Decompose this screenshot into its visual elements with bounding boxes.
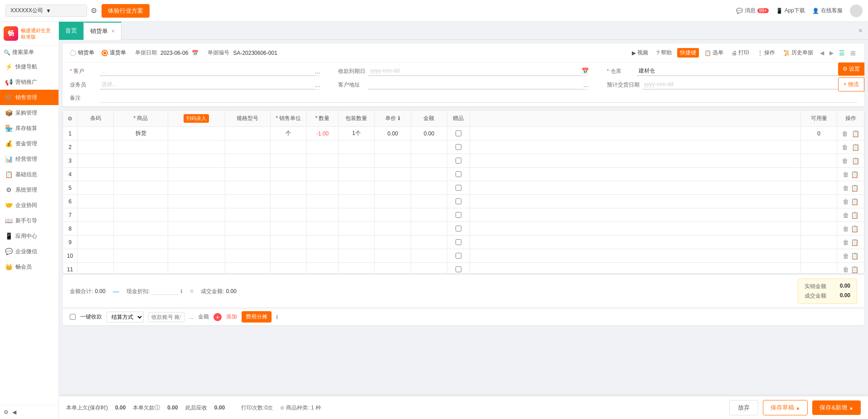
sidebar-item-sales[interactable]: 🛒 销售管理 bbox=[0, 90, 58, 105]
row-product-2[interactable] bbox=[114, 140, 168, 154]
delete-icon-1[interactable]: 🗑 bbox=[842, 130, 848, 137]
warehouse-input-wrapper[interactable]: ... bbox=[637, 66, 857, 76]
trial-button[interactable]: 体验行业方案 bbox=[102, 4, 150, 18]
customer-input-wrapper[interactable]: ... bbox=[100, 66, 320, 76]
sidebar-item-guide[interactable]: 📖 新手引导 bbox=[0, 213, 58, 228]
settings-button[interactable]: ⚙ 设置 bbox=[838, 63, 864, 76]
radio-sales-order[interactable]: 销货单 bbox=[70, 49, 94, 57]
scan-button[interactable]: 扫码录入 bbox=[184, 114, 209, 123]
sidebar-item-cooperation[interactable]: 🤝 企业协同 bbox=[0, 197, 58, 213]
customer-address-input-wrapper[interactable]: ... bbox=[368, 80, 588, 90]
sidebar-item-member[interactable]: 👑 畅会员 bbox=[0, 259, 58, 275]
row-spec-3[interactable] bbox=[225, 154, 270, 168]
sidebar-item-app-center[interactable]: 📱 应用中心 bbox=[0, 228, 58, 244]
gift-checkbox-1[interactable] bbox=[456, 130, 461, 136]
expected-delivery-input-wrapper[interactable]: 📅 bbox=[642, 80, 857, 90]
delete-icon-4[interactable]: 🗑 bbox=[843, 171, 849, 178]
copy-icon-7[interactable]: 📋 bbox=[851, 212, 858, 219]
expected-delivery-input[interactable] bbox=[642, 80, 850, 89]
gift-checkbox-8[interactable] bbox=[456, 226, 461, 231]
table-scroll-area[interactable]: ⚙ 条码 * 商品 扫码录入 规格型号 * 销售单位 * 数量 包装数量 单价 bbox=[63, 110, 864, 273]
copy-icon-3[interactable]: 📋 bbox=[852, 157, 859, 164]
row-price-2[interactable] bbox=[374, 140, 411, 154]
online-service-button[interactable]: 👤 在线客服 bbox=[812, 7, 843, 14]
gift-checkbox-4[interactable] bbox=[456, 171, 461, 177]
row-qty-3[interactable] bbox=[306, 154, 338, 168]
save-new-button[interactable]: 保存&新增 ▲ bbox=[812, 400, 861, 415]
tab-sales-order[interactable]: 销货单 × bbox=[84, 22, 121, 40]
row-unit-3[interactable] bbox=[270, 154, 306, 168]
toolbar-video[interactable]: ▶视频 bbox=[629, 48, 651, 58]
sidebar-item-basic-info[interactable]: 📋 基础信息 bbox=[0, 167, 58, 182]
warehouse-input[interactable] bbox=[637, 66, 852, 76]
copy-icon-5[interactable]: 📋 bbox=[851, 184, 858, 192]
view-grid-icon[interactable]: ⊞ bbox=[849, 49, 857, 57]
payment-method-select[interactable]: 结算方式 bbox=[107, 312, 144, 323]
sidebar-item-purchase[interactable]: 📦 采购管理 bbox=[0, 105, 58, 120]
tab-home[interactable]: 首页 bbox=[59, 22, 84, 40]
sidebar-item-operation[interactable]: 📊 经营管理 bbox=[0, 151, 58, 167]
customer-input[interactable] bbox=[100, 66, 315, 76]
row-barcode-1[interactable] bbox=[78, 127, 114, 140]
gift-checkbox-11[interactable] bbox=[456, 266, 461, 272]
col-scan[interactable]: 扫码录入 bbox=[168, 111, 225, 127]
sidebar-settings-icon[interactable]: ⚙ bbox=[4, 409, 9, 415]
row-amount-1[interactable]: 0.00 bbox=[411, 127, 447, 140]
salesperson-input[interactable] bbox=[100, 80, 315, 89]
discard-button[interactable]: 放弃 bbox=[729, 400, 758, 415]
toolbar-history[interactable]: 📜历史单据 bbox=[781, 48, 816, 58]
view-list-icon[interactable]: ☰ bbox=[838, 49, 846, 57]
copy-icon-4[interactable]: 📋 bbox=[851, 171, 858, 178]
expenses-allocation-button[interactable]: 费用分摊 bbox=[242, 311, 272, 323]
copy-icon-9[interactable]: 📋 bbox=[851, 239, 858, 246]
delete-icon-11[interactable]: 🗑 bbox=[843, 266, 849, 273]
gift-checkbox-9[interactable] bbox=[456, 239, 461, 245]
row-amount-2[interactable] bbox=[411, 140, 447, 154]
row-spec-1[interactable] bbox=[225, 127, 270, 140]
due-date-input-wrapper[interactable]: 📅 bbox=[368, 66, 588, 76]
radio-return-order[interactable]: 退货单 bbox=[102, 49, 126, 57]
nav-prev-icon[interactable]: ◀ bbox=[819, 50, 825, 56]
copy-icon-8[interactable]: 📋 bbox=[851, 225, 858, 232]
sidebar-item-wechat[interactable]: 💬 企业微信 bbox=[0, 244, 58, 259]
gift-checkbox-2[interactable] bbox=[456, 144, 461, 150]
app-download-button[interactable]: 📱 App下载 bbox=[776, 7, 805, 14]
toolbar-print[interactable]: 🖨打印 bbox=[729, 48, 752, 58]
save-draft-button[interactable]: 保存草稿 ▲ bbox=[763, 400, 808, 415]
sidebar-item-inventory[interactable]: 🏪 库存核算 bbox=[0, 120, 58, 136]
row-pkg-3[interactable] bbox=[338, 154, 374, 168]
toolbar-shortcut[interactable]: 快捷键 bbox=[677, 48, 699, 58]
add-payment-button[interactable]: + bbox=[213, 313, 222, 321]
gift-checkbox-5[interactable] bbox=[456, 185, 461, 191]
delete-icon-9[interactable]: 🗑 bbox=[843, 239, 849, 246]
row-barcode-2[interactable] bbox=[78, 140, 114, 154]
address-ellipsis-btn[interactable]: ... bbox=[583, 81, 589, 88]
row-spec-2[interactable] bbox=[225, 140, 270, 154]
calendar-icon[interactable]: 📅 bbox=[192, 50, 199, 56]
row-qty-1[interactable]: -1.00 bbox=[306, 127, 338, 140]
delete-icon-2[interactable]: 🗑 bbox=[842, 144, 848, 151]
sidebar-item-system[interactable]: ⚙ 系统管理 bbox=[0, 182, 58, 197]
salesperson-ellipsis-btn[interactable]: ... bbox=[315, 81, 320, 88]
row-price-3[interactable] bbox=[374, 154, 411, 168]
payment-ellipsis-icon[interactable]: ... bbox=[189, 314, 194, 320]
customer-address-input[interactable] bbox=[368, 80, 583, 89]
toolbar-operations[interactable]: ⋮操作 bbox=[755, 48, 778, 58]
tab-bar-close-button[interactable]: × bbox=[853, 27, 868, 35]
settings-icon[interactable]: ⚙ bbox=[91, 6, 97, 15]
row-barcode-3[interactable] bbox=[78, 154, 114, 168]
row-price-1[interactable]: 0.00 bbox=[374, 127, 411, 140]
cash-discount-input[interactable] bbox=[151, 288, 179, 295]
delete-icon-7[interactable]: 🗑 bbox=[843, 212, 849, 219]
delete-icon-10[interactable]: 🗑 bbox=[843, 252, 849, 260]
row-unit-1[interactable]: 个 bbox=[270, 127, 306, 140]
gift-checkbox-6[interactable] bbox=[456, 198, 461, 204]
delete-icon-8[interactable]: 🗑 bbox=[843, 225, 849, 232]
delete-icon-3[interactable]: 🗑 bbox=[842, 157, 848, 164]
row-unit-2[interactable] bbox=[270, 140, 306, 154]
row-pkg-1[interactable]: 1个 bbox=[338, 127, 374, 140]
sidebar-item-marketing[interactable]: 📢 营销推广 bbox=[0, 74, 58, 90]
row-product-3[interactable] bbox=[114, 154, 168, 168]
due-date-calendar-icon[interactable]: 📅 bbox=[582, 67, 589, 74]
one-click-payment-checkbox[interactable] bbox=[70, 314, 76, 320]
